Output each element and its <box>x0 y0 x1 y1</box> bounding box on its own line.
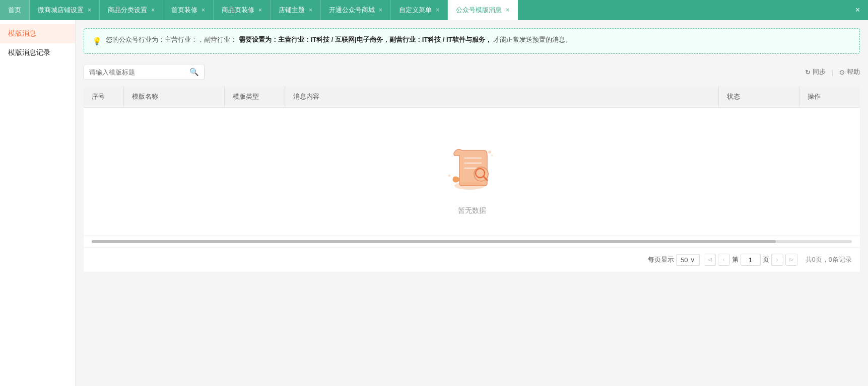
empty-illustration <box>442 138 502 198</box>
notice-suffix: 才能正常发送预置的消息。 <box>493 36 572 43</box>
empty-text: 暂无数据 <box>458 206 486 215</box>
first-page-button[interactable]: ⊲ <box>704 254 716 266</box>
col-action: 操作 <box>799 86 860 107</box>
toolbar-right: ↻ 同步 | ⊙ 帮助 <box>805 67 860 76</box>
help-button[interactable]: ⊙ 帮助 <box>839 67 860 76</box>
sync-button[interactable]: ↻ 同步 <box>805 67 826 76</box>
help-label: 帮助 <box>847 67 860 76</box>
sidebar-item-template-msg[interactable]: 模版消息 <box>0 24 75 43</box>
scrollbar-thumb[interactable] <box>92 240 776 243</box>
last-page-button[interactable]: ⊳ <box>785 254 797 266</box>
page-size-select: 每页显示 50 ∨ <box>648 254 699 266</box>
tab-theme[interactable]: 店铺主题 × <box>271 0 321 20</box>
page-navigation: ⊲ ‹ 第 页 › ⊳ <box>704 254 797 266</box>
pagination: 每页显示 50 ∨ ⊲ ‹ 第 页 › ⊳ <box>84 247 860 272</box>
notice-highlight: 需要设置为：主营行业：IT科技 / 互联网|电子商务，副营行业：IT科技 / I… <box>239 36 492 43</box>
tab-custommenu[interactable]: 自定义菜单 × <box>391 0 448 20</box>
page-size-label: 每页显示 <box>648 255 674 264</box>
empty-state: 暂无数据 <box>84 108 860 236</box>
search-button[interactable]: 🔍 <box>184 64 204 80</box>
svg-point-7 <box>488 150 491 153</box>
col-type: 模版类型 <box>225 86 285 107</box>
notice-prefix: 您的公众号行业为：主营行业：，副营行业： <box>106 36 237 43</box>
tab-product-close[interactable]: × <box>258 7 262 14</box>
tab-template-label: 公众号模版消息 <box>456 6 502 15</box>
search-input[interactable] <box>84 65 184 79</box>
tab-template-close[interactable]: × <box>506 7 509 14</box>
tab-weishop-close[interactable]: × <box>88 7 91 14</box>
tab-custommenu-close[interactable]: × <box>436 7 439 14</box>
main-layout: 模版消息 模版消息记录 💡 您的公众号行业为：主营行业：，副营行业： 需要设置为… <box>0 20 868 386</box>
col-index: 序号 <box>84 86 124 107</box>
tab-mall[interactable]: 开通公众号商城 × <box>321 0 391 20</box>
col-name: 模版名称 <box>124 86 225 107</box>
notice-icon: 💡 <box>92 35 102 47</box>
page-label-before: 第 <box>732 255 739 264</box>
data-table: 序号 模版名称 模版类型 消息内容 状态 操作 <box>84 86 860 272</box>
page-size-dropdown[interactable]: 50 ∨ <box>676 254 699 266</box>
tab-homepage[interactable]: 首页装修 × <box>163 0 214 20</box>
window-close-button[interactable]: × <box>847 0 868 20</box>
svg-point-8 <box>491 155 493 157</box>
col-content: 消息内容 <box>285 86 719 107</box>
notice-box: 💡 您的公众号行业为：主营行业：，副营行业： 需要设置为：主营行业：IT科技 /… <box>84 28 860 54</box>
help-icon: ⊙ <box>839 68 845 76</box>
sync-label: 同步 <box>813 67 826 76</box>
tab-weishop[interactable]: 微商城店铺设置 × <box>30 0 100 20</box>
svg-point-9 <box>448 175 450 177</box>
tab-home[interactable]: 首页 <box>0 0 30 20</box>
tab-template[interactable]: 公众号模版消息 × <box>448 0 518 20</box>
main-content: 💡 您的公众号行业为：主营行业：，副营行业： 需要设置为：主营行业：IT科技 /… <box>76 20 868 386</box>
tab-mall-label: 开通公众号商城 <box>329 6 375 15</box>
col-status: 状态 <box>719 86 799 107</box>
tab-homepage-label: 首页装修 <box>171 6 197 15</box>
scrollbar-area[interactable] <box>84 236 860 247</box>
page-input-group: 第 页 <box>732 254 769 266</box>
chevron-down-icon: ∨ <box>690 256 695 264</box>
tab-product[interactable]: 商品页装修 × <box>214 0 271 20</box>
tab-bar: 首页 微商城店铺设置 × 商品分类设置 × 首页装修 × 商品页装修 × 店铺主… <box>0 0 868 20</box>
tab-category[interactable]: 商品分类设置 × <box>100 0 163 20</box>
sidebar: 模版消息 模版消息记录 <box>0 20 76 386</box>
prev-page-button[interactable]: ‹ <box>718 254 730 266</box>
tab-custommenu-label: 自定义菜单 <box>399 6 432 15</box>
page-number-input[interactable] <box>741 254 761 266</box>
tab-weishop-label: 微商城店铺设置 <box>38 6 84 15</box>
search-group: 🔍 <box>84 64 205 80</box>
tab-theme-label: 店铺主题 <box>279 6 305 15</box>
total-info: 共0页，0条记录 <box>806 255 852 264</box>
next-page-button[interactable]: › <box>771 254 783 266</box>
tab-mall-close[interactable]: × <box>379 7 382 14</box>
tab-home-label: 首页 <box>8 6 21 15</box>
page-label-after: 页 <box>763 255 769 264</box>
scrollbar-track[interactable] <box>92 240 852 243</box>
tab-category-label: 商品分类设置 <box>108 6 147 15</box>
tab-product-label: 商品页装修 <box>222 6 254 15</box>
page-size-value: 50 <box>681 256 688 264</box>
sidebar-item-template-record[interactable]: 模版消息记录 <box>0 43 75 62</box>
sync-icon: ↻ <box>805 68 811 76</box>
tab-homepage-close[interactable]: × <box>202 7 205 14</box>
table-header: 序号 模版名称 模版类型 消息内容 状态 操作 <box>84 86 860 108</box>
tab-theme-close[interactable]: × <box>309 7 312 14</box>
toolbar: 🔍 ↻ 同步 | ⊙ 帮助 <box>84 64 860 80</box>
tab-category-close[interactable]: × <box>151 7 155 14</box>
toolbar-divider: | <box>832 68 833 76</box>
